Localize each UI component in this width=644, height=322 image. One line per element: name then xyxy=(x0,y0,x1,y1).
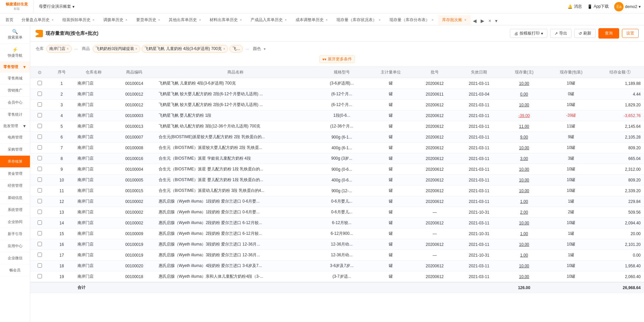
tab-home[interactable]: 首页 xyxy=(1,15,17,25)
sidebar-item-wholesale[interactable]: 批发管理 ▼ xyxy=(0,121,30,131)
tab-stock-status[interactable]: 现存量（库存状况表） × xyxy=(332,15,385,25)
row-checkbox[interactable] xyxy=(38,92,42,96)
filter-more-btn[interactable]: ··· xyxy=(74,47,78,51)
tag-close-icon[interactable]: × xyxy=(136,47,138,51)
filter-more-btn[interactable]: ··· xyxy=(246,47,249,51)
tab-close-icon[interactable]: × xyxy=(325,18,328,22)
sidebar-item-inventory[interactable]: 库存核算 xyxy=(0,156,30,168)
cell-checkbox[interactable] xyxy=(30,153,49,164)
col-settings[interactable]: ⚙ xyxy=(30,67,49,78)
tab-close-icon[interactable]: × xyxy=(431,18,434,22)
cell-checkbox[interactable] xyxy=(30,121,49,132)
row-checkbox[interactable] xyxy=(38,231,42,235)
cell-checkbox[interactable] xyxy=(30,196,49,207)
sidebar-item-enterprise[interactable]: 企业协同 xyxy=(0,216,30,228)
sidebar-item-retail-stats[interactable]: 零售统计 xyxy=(0,109,30,121)
tab-close-icon[interactable]: × xyxy=(284,18,287,22)
cell-checkbox[interactable] xyxy=(30,110,49,121)
tab-stock-dist[interactable]: 现存量（库存分布表） × xyxy=(385,15,438,25)
row-checkbox[interactable] xyxy=(38,210,42,214)
sidebar-item-operations[interactable]: 经营管理 xyxy=(0,180,30,192)
tab-close-icon[interactable]: × xyxy=(239,18,243,22)
cell-checkbox[interactable] xyxy=(30,143,49,153)
tab-recall[interactable]: 调拨单历史 × xyxy=(99,15,132,25)
cell-checkbox[interactable] xyxy=(30,239,49,250)
tab-split-stock[interactable]: 分量盘点单历史 × xyxy=(17,15,58,25)
sidebar-item-finance[interactable]: 资金管理 xyxy=(0,168,30,180)
tab-close-icon[interactable]: × xyxy=(198,18,202,22)
tab-close-icon[interactable]: × xyxy=(125,18,128,22)
cell-checkbox[interactable] xyxy=(30,228,49,239)
sidebar-item-member[interactable]: 会员中心 xyxy=(0,97,30,109)
tab-nav-left[interactable]: ◀ xyxy=(471,17,479,25)
tab-product-in[interactable]: 产成品入库单历史 × xyxy=(247,15,291,25)
expand-btn[interactable]: ▶ xyxy=(36,30,43,37)
cell-checkbox[interactable] xyxy=(30,175,49,185)
cell-checkbox[interactable] xyxy=(30,185,49,196)
sidebar-item-system[interactable]: 系统管理 xyxy=(0,204,30,216)
export-btn[interactable]: ↗ 导出 xyxy=(550,29,572,38)
row-checkbox[interactable] xyxy=(38,253,42,257)
tab-close-icon[interactable]: × xyxy=(92,18,95,22)
tab-nav-right[interactable]: ▶ xyxy=(479,17,486,25)
cell-checkbox[interactable] xyxy=(30,89,49,100)
cell-checkbox[interactable] xyxy=(30,132,49,143)
tab-batch-entry[interactable]: 库存批次账 × xyxy=(438,15,471,25)
row-checkbox[interactable] xyxy=(38,242,42,246)
tab-material-out[interactable]: 材料出库单历史 × xyxy=(206,15,247,25)
row-checkbox[interactable] xyxy=(38,199,42,203)
refresh-btn[interactable]: ↺ 刷新 xyxy=(574,29,596,38)
app-download-btn[interactable]: 📱 App下载 xyxy=(587,4,609,9)
tag-close-icon[interactable]: × xyxy=(223,47,225,51)
settings-icon[interactable]: ⚙ xyxy=(38,70,42,75)
row-checkbox[interactable] xyxy=(38,156,42,160)
row-checkbox[interactable] xyxy=(38,188,42,193)
tab-close-current[interactable]: × xyxy=(486,17,493,25)
tab-close-icon[interactable]: × xyxy=(464,18,467,22)
sidebar-item-retail-mgmt[interactable]: 零售管理 ▼ xyxy=(0,62,30,72)
sidebar-item-ecommerce[interactable]: 电商管理 xyxy=(0,131,30,144)
sidebar-item-search[interactable]: 🔍 搜索菜单 xyxy=(0,25,30,44)
cell-checkbox[interactable] xyxy=(30,164,49,175)
cell-checkbox[interactable] xyxy=(30,250,49,261)
row-checkbox[interactable] xyxy=(38,102,42,107)
tab-close-icon[interactable]: × xyxy=(51,18,54,22)
cell-checkbox[interactable] xyxy=(30,271,49,282)
row-checkbox[interactable] xyxy=(38,135,42,139)
tab-close-icon[interactable]: × xyxy=(158,18,161,22)
sidebar-item-member2[interactable]: 畅会员 xyxy=(0,264,30,276)
sidebar-item-app-center[interactable]: 应用中心 xyxy=(0,240,30,252)
cell-checkbox[interactable] xyxy=(30,78,49,89)
tab-other-out[interactable]: 其他出库单历史 × xyxy=(165,15,206,25)
row-checkbox[interactable] xyxy=(38,81,42,85)
sidebar-item-new-guide[interactable]: 新手引导 xyxy=(0,228,30,240)
sidebar-item-retail-shop[interactable]: 零售商城 xyxy=(0,72,30,85)
query-btn[interactable]: 查询 xyxy=(598,28,619,39)
cell-checkbox[interactable] xyxy=(30,218,49,228)
cell-checkbox[interactable] xyxy=(30,261,49,271)
sidebar-item-purchase[interactable]: 采购管理 xyxy=(0,144,30,156)
sidebar-item-basic[interactable]: 基础信息 xyxy=(0,192,30,204)
tab-order[interactable]: 要货单历史 × xyxy=(132,15,165,25)
cell-checkbox[interactable] xyxy=(30,207,49,218)
row-checkbox[interactable] xyxy=(38,263,42,268)
expand-more-btn[interactable]: ▾▾ 展开更多条件 xyxy=(319,55,355,63)
message-btn[interactable]: 🔔 消息 xyxy=(568,4,582,9)
tab-close-icon[interactable]: × xyxy=(378,18,381,22)
row-checkbox[interactable] xyxy=(38,274,42,278)
cell-checkbox[interactable] xyxy=(30,100,49,110)
settings-btn[interactable]: 设置 xyxy=(622,29,639,38)
row-checkbox[interactable] xyxy=(38,145,42,150)
sidebar-item-quick-nav[interactable]: ⚡ 快捷导航 xyxy=(0,44,30,62)
tag-close-icon[interactable]: × xyxy=(67,47,69,51)
sidebar-item-enterprise-wx[interactable]: 企业微信 xyxy=(0,252,30,264)
template-print-btn[interactable]: 🖨 按模板打印 ▾ xyxy=(510,29,547,38)
row-checkbox[interactable] xyxy=(38,113,42,117)
row-checkbox[interactable] xyxy=(38,124,42,128)
tab-menu[interactable]: ▾ xyxy=(493,17,499,25)
user-profile[interactable]: Ea demo2 ▾ xyxy=(614,2,641,11)
sidebar-item-marketing[interactable]: 营销推广 xyxy=(0,85,30,97)
row-checkbox[interactable] xyxy=(38,177,42,182)
row-checkbox[interactable] xyxy=(38,167,42,171)
org-selector[interactable]: 母婴行业演示账套 ▾ xyxy=(36,2,77,11)
